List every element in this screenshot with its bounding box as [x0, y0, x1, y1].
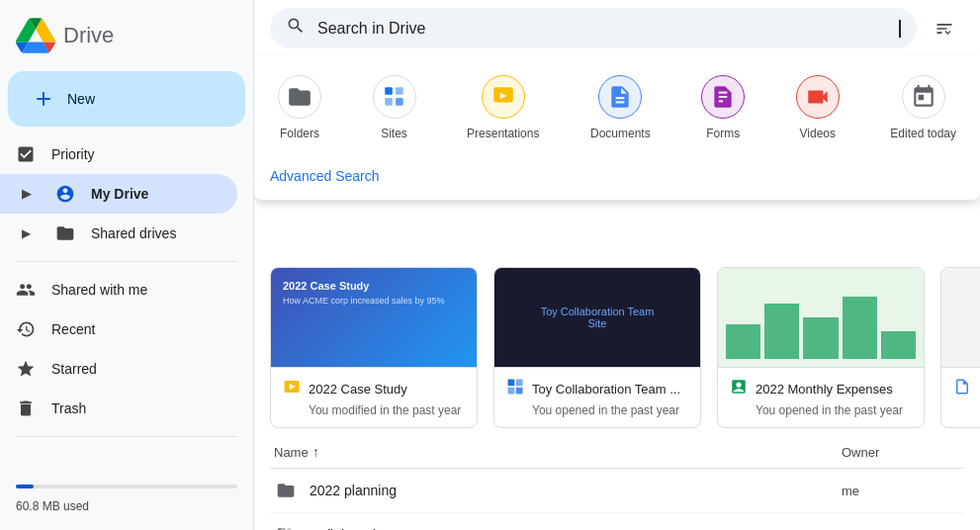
svg-rect-4	[396, 98, 403, 106]
nav-my-drive[interactable]: ▶ My Drive	[0, 174, 237, 214]
nav-my-drive-label: My Drive	[91, 186, 148, 202]
filter-chip-videos[interactable]: Videos	[788, 71, 847, 144]
nav-recent[interactable]: Recent	[0, 309, 237, 349]
svg-rect-8	[508, 380, 515, 387]
nav-shared-with-me-label: Shared with me	[51, 282, 147, 298]
case-study-card-meta: You modified in the past year	[283, 403, 465, 417]
advanced-search-link[interactable]: Advanced Search	[254, 160, 396, 192]
search-dropdown: Folders Sites Presentations Documents	[254, 55, 980, 200]
filter-chip-sites[interactable]: Sites	[365, 71, 424, 144]
card-info-case-study: 2022 Case Study You modified in the past…	[271, 367, 477, 427]
toy-collab-card-name: Toy Collaboration Team ...	[532, 382, 680, 397]
filter-edited-today-icon	[902, 75, 945, 119]
planning-folder-icon	[274, 479, 298, 502]
toy-collab-type-icon	[506, 378, 524, 399]
nav-priority-label: Priority	[51, 146, 95, 162]
app-logo-area: Drive	[0, 8, 253, 71]
search-icon	[286, 16, 306, 41]
filter-documents-label: Documents	[590, 127, 651, 140]
svg-rect-10	[508, 388, 515, 395]
search-input[interactable]	[317, 20, 886, 38]
storage-used-text: 60.8 MB used	[16, 499, 89, 513]
svg-rect-1	[385, 87, 393, 95]
priority-icon	[16, 144, 36, 164]
drive-logo-icon	[16, 16, 55, 55]
planning-owner: me	[842, 484, 960, 498]
card-thumb-toy-collab: Toy Collaboration TeamSite	[494, 268, 700, 367]
monthly-expenses-card-meta: You opened in the past year	[730, 403, 912, 417]
nav-recent-label: Recent	[51, 321, 95, 337]
shared-drives-icon	[55, 223, 75, 243]
card-info-toy-collab: Toy Collaboration Team ... You opened in…	[494, 367, 700, 427]
nav-starred-label: Starred	[51, 361, 97, 377]
recent-cards-section: 2022 Case Study How ACME corp increased …	[254, 251, 980, 444]
filter-options-button[interactable]	[925, 9, 964, 48]
svg-rect-9	[516, 380, 523, 387]
col-owner-label: Owner	[842, 445, 879, 460]
storage-section: 60.8 MB used	[0, 477, 253, 522]
card-thumb-item4	[941, 268, 980, 367]
nav-trash-label: Trash	[51, 400, 86, 416]
col-owner-header: Owner	[842, 445, 960, 460]
search-bar[interactable]	[270, 8, 917, 48]
filter-chip-folders[interactable]: Folders	[270, 71, 329, 144]
svg-rect-2	[385, 98, 393, 106]
shared-with-me-icon	[16, 280, 36, 300]
filter-chip-presentations[interactable]: Presentations	[459, 71, 547, 144]
case-study-card-name: 2022 Case Study	[309, 382, 407, 397]
filter-forms-label: Forms	[706, 127, 740, 140]
thumb-title-case-study: 2022 Case Study	[283, 280, 465, 292]
my-drive-expand-icon: ▶	[16, 184, 36, 204]
nav-shared-drives-label: Shared drives	[91, 225, 176, 241]
nav-shared-with-me[interactable]: Shared with me	[0, 270, 237, 309]
file-list-row-collaboration[interactable]: Collaboration me	[270, 513, 964, 530]
filter-presentations-label: Presentations	[467, 127, 539, 140]
collaboration-folder-icon	[274, 523, 298, 530]
nav-shared-drives[interactable]: ▶ Shared drives	[0, 214, 237, 253]
filter-sites-icon	[373, 75, 416, 119]
card-thumb-case-study: 2022 Case Study How ACME corp increased …	[271, 268, 477, 367]
filter-videos-label: Videos	[800, 127, 836, 140]
filter-presentations-icon	[482, 75, 525, 119]
col-name-header[interactable]: Name ↑	[274, 444, 842, 460]
text-cursor	[899, 20, 901, 38]
file-card-item4[interactable]	[940, 267, 980, 428]
svg-rect-3	[396, 87, 403, 95]
monthly-expenses-type-icon	[730, 378, 748, 399]
filter-chip-forms[interactable]: Forms	[693, 71, 753, 144]
file-card-toy-collab[interactable]: Toy Collaboration TeamSite Toy Collabora…	[493, 267, 701, 428]
file-card-case-study[interactable]: 2022 Case Study How ACME corp increased …	[270, 267, 478, 428]
nav-trash[interactable]: Trash	[0, 389, 237, 428]
filter-chip-documents[interactable]: Documents	[582, 71, 659, 144]
svg-rect-11	[516, 388, 523, 395]
new-button[interactable]: New	[8, 71, 245, 127]
filter-chips-row: Folders Sites Presentations Documents	[254, 71, 980, 160]
sidebar: Drive New Priority ▶ My Drive ▶ Shared d…	[0, 0, 253, 530]
storage-divider	[16, 436, 237, 437]
shared-drives-expand-icon: ▶	[16, 223, 36, 243]
filter-folders-icon	[278, 75, 321, 119]
search-bar-container	[254, 0, 980, 57]
new-button-label: New	[67, 91, 95, 107]
recent-icon	[16, 319, 36, 339]
trash-icon	[16, 398, 36, 418]
filter-chip-edited-today[interactable]: Edited today	[882, 71, 964, 144]
new-plus-icon	[32, 87, 55, 111]
thumb-toy-collab-text: Toy Collaboration TeamSite	[533, 298, 663, 337]
thumb-subtitle-case-study: How ACME corp increased sales by 95%	[283, 296, 465, 306]
case-study-type-icon	[283, 378, 301, 399]
nav-starred[interactable]: Starred	[0, 349, 237, 389]
toy-collab-card-meta: You opened in the past year	[506, 403, 688, 417]
monthly-expenses-card-name: 2022 Monthly Expenses	[756, 382, 893, 397]
file-card-monthly-expenses[interactable]: 2022 Monthly Expenses You opened in the …	[717, 267, 925, 428]
file-list-section: Name ↑ Owner 2022 planning me Collaborat…	[254, 436, 980, 530]
app-name: Drive	[63, 23, 114, 48]
card-thumb-monthly-expenses	[718, 268, 924, 367]
filter-videos-icon	[796, 75, 840, 119]
card-info-monthly-expenses: 2022 Monthly Expenses You opened in the …	[718, 367, 924, 427]
nav-priority[interactable]: Priority	[0, 134, 237, 174]
storage-bar-bg	[16, 485, 237, 488]
sort-asc-icon: ↑	[312, 444, 319, 460]
item4-type-icon	[953, 378, 971, 399]
file-list-row-planning[interactable]: 2022 planning me	[270, 469, 964, 513]
